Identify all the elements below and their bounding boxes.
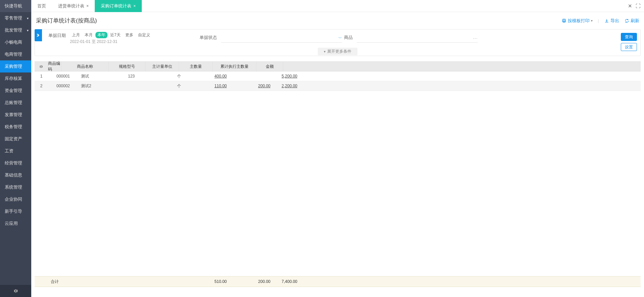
filter-product-select[interactable]: ··· — [357, 34, 478, 43]
fullscreen-icon[interactable]: ⛶ — [636, 3, 641, 9]
cell-unit: 个 — [162, 81, 196, 91]
refresh-button[interactable]: 刷新 — [625, 18, 639, 24]
date-option[interactable]: 本月 — [83, 32, 95, 38]
th-name[interactable]: 商品名称 — [61, 62, 109, 71]
table-row[interactable]: 1000001测试123个400.005,200.00 — [35, 71, 641, 81]
chevron-down-icon: ﹀ — [338, 36, 342, 41]
date-option[interactable]: 更多 — [123, 32, 135, 38]
th-cumqty[interactable]: 累计执行主数量 — [213, 62, 256, 71]
cell-cumqty[interactable]: 200.00 — [229, 81, 273, 91]
sidebar: 快捷导航零售管理▾批发管理▾小畅电商电商管理采购管理库存核算资金管理总账管理发票… — [0, 0, 31, 297]
ellipsis-icon: ··· — [473, 36, 478, 41]
sidebar-item[interactable]: 快捷导航 — [0, 0, 31, 12]
cell-spec — [125, 81, 162, 91]
date-option[interactable]: 近7天 — [108, 32, 123, 38]
filter-product-label: 商品 — [344, 34, 353, 41]
page-title: 采购订单统计表(按商品) — [36, 17, 97, 24]
gear-icon — [39, 64, 43, 69]
sidebar-item[interactable]: 工资 — [0, 145, 31, 157]
close-all-icon[interactable]: ✕ — [628, 3, 632, 9]
date-option[interactable]: 自定义 — [136, 32, 152, 38]
tab[interactable]: 采购订单统计表× — [95, 0, 142, 12]
sidebar-item[interactable]: 云应用 — [0, 217, 31, 230]
date-option[interactable]: 上月 — [70, 32, 82, 38]
filter-bar: 单据日期 上月本月本年近7天更多自定义 2022-01-01 至 2022-12… — [35, 29, 641, 56]
cell-idx: 2 — [35, 81, 48, 91]
tab-label: 采购订单统计表 — [101, 3, 131, 9]
cell-qty[interactable]: 400.00 — [196, 71, 229, 81]
sidebar-item[interactable]: 固定资产 — [0, 133, 31, 145]
cell-idx: 1 — [35, 71, 48, 81]
export-icon — [604, 18, 609, 23]
tab-label: 进货单统计表 — [58, 3, 84, 9]
cell-qty[interactable]: 110.00 — [196, 81, 229, 91]
chevron-right-icon — [36, 33, 40, 37]
refresh-icon — [625, 18, 629, 23]
chevron-down-icon: ▾ — [27, 16, 29, 20]
th-qty[interactable]: 主数量 — [179, 62, 213, 71]
sidebar-item[interactable]: 新手引导 — [0, 205, 31, 217]
cell-name: 测试 — [78, 71, 125, 81]
sidebar-item[interactable]: 资金管理 — [0, 85, 31, 97]
printer-icon — [562, 18, 566, 23]
tab[interactable]: 进货单统计表× — [52, 0, 95, 12]
filter-status-select[interactable]: ﹀ — [221, 34, 342, 43]
table-header: 商品编码 商品名称 规格型号 主计量单位 主数量 累计执行主数量 金额 — [35, 61, 641, 71]
th-code[interactable]: 商品编码 — [48, 62, 61, 71]
footer-label: 合计 — [51, 279, 59, 285]
chevron-down-icon: ▾ — [27, 29, 29, 32]
gear-icon — [13, 288, 18, 294]
sidebar-item[interactable]: 总账管理 — [0, 97, 31, 109]
export-button[interactable]: 导出 — [604, 18, 619, 24]
chevron-down-icon: ▾ — [591, 19, 593, 22]
footer-qty: 510.00 — [214, 279, 227, 284]
th-amount[interactable]: 金额 — [256, 62, 283, 71]
cell-amount[interactable]: 2,200.00 — [273, 81, 300, 91]
sidebar-item[interactable]: 基础信息 — [0, 169, 31, 181]
date-option[interactable]: 本年 — [95, 32, 108, 38]
close-icon[interactable]: × — [133, 4, 136, 8]
sidebar-item[interactable]: 库存核算 — [0, 72, 31, 85]
th-empty — [283, 62, 641, 71]
cell-code: 000001 — [48, 71, 78, 81]
sidebar-settings[interactable] — [0, 285, 31, 297]
filter-status-label: 单据状态 — [200, 34, 217, 41]
settings-button[interactable]: 设置 — [621, 43, 637, 51]
filter-date-label: 单据日期 — [48, 32, 66, 39]
sidebar-item[interactable]: 采购管理 — [0, 60, 31, 72]
close-icon[interactable]: × — [86, 4, 89, 8]
sidebar-item[interactable]: 企业协同 — [0, 193, 31, 205]
sidebar-item[interactable]: 发票管理 — [0, 109, 31, 121]
cell-unit: 个 — [162, 71, 196, 81]
table-footer: 合计 510.00 200.00 7,400.00 — [35, 276, 641, 287]
filter-collapse-toggle[interactable] — [35, 29, 42, 41]
table-settings-button[interactable] — [35, 62, 48, 71]
expand-filters-button[interactable]: ▾ 展开更多条件 — [318, 48, 357, 55]
print-button[interactable]: 按模板打印 ▾ — [562, 18, 593, 24]
sidebar-item[interactable]: 批发管理▾ — [0, 24, 31, 36]
sidebar-item[interactable]: 零售管理▾ — [0, 12, 31, 24]
query-button[interactable]: 查询 — [621, 33, 637, 41]
cell-spec: 123 — [125, 71, 162, 81]
cell-name: 测试2 — [78, 81, 125, 91]
sidebar-item[interactable]: 小畅电商 — [0, 36, 31, 48]
chevron-down-icon: ▾ — [324, 50, 326, 53]
table-row[interactable]: 2000002测试2个110.00200.002,200.00 — [35, 81, 641, 91]
tab[interactable]: 首页 — [31, 0, 52, 12]
sidebar-item[interactable]: 经营管理 — [0, 157, 31, 169]
cell-amount[interactable]: 5,200.00 — [273, 71, 300, 81]
footer-amount: 7,400.00 — [282, 279, 297, 284]
sidebar-item[interactable]: 系统管理 — [0, 181, 31, 193]
th-unit[interactable]: 主计量单位 — [145, 62, 179, 71]
sidebar-item[interactable]: 税务管理 — [0, 121, 31, 133]
tab-label: 首页 — [37, 3, 46, 9]
footer-cumqty: 200.00 — [258, 279, 270, 284]
cell-code: 000002 — [48, 81, 78, 91]
cell-cumqty[interactable] — [229, 71, 273, 81]
filter-date-range: 2022-01-01 至 2022-12-31 — [70, 39, 152, 45]
th-spec[interactable]: 规格型号 — [109, 62, 145, 71]
tabbar: 首页进货单统计表×采购订单统计表× ✕ ⛶ — [31, 0, 644, 12]
sidebar-item[interactable]: 电商管理 — [0, 48, 31, 60]
